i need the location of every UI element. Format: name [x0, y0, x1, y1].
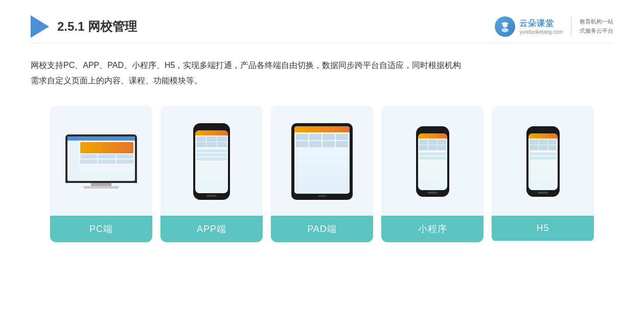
pad-mockup-container: [279, 116, 365, 208]
phone-list: [195, 148, 228, 163]
description-text: 网校支持PC、APP、PAD、小程序、H5，实现多端打通，产品各终端自由切换，数…: [31, 58, 613, 89]
phone-notch-h5: [538, 129, 548, 132]
brand-icon: [495, 16, 515, 37]
pad-grid-item: [309, 141, 321, 147]
phone-list-item: [196, 153, 227, 156]
phone-notch-mini: [427, 129, 438, 132]
h5-screen-top: [528, 133, 558, 139]
pad-grid-item: [309, 134, 321, 140]
phone-grid-item: [206, 136, 216, 142]
pad-device-mockup: [291, 123, 353, 200]
mini-screen-top: [418, 133, 447, 139]
brand-name: 云朵课堂: [519, 18, 563, 29]
title-bold: 网校管理: [88, 19, 137, 33]
pc-banner: [80, 142, 133, 153]
pc-grid-item: [80, 154, 97, 158]
mini-list-item: [419, 152, 446, 155]
phone-screen: [195, 130, 228, 193]
pc-screen-inner: [67, 136, 135, 181]
pc-grid-item: [117, 159, 133, 164]
pc-main: [79, 141, 135, 181]
pc-grid-item: [80, 159, 97, 164]
pc-screen-outer: [65, 134, 137, 183]
phone-list-item: [196, 157, 227, 160]
mini-list: [418, 151, 447, 162]
pc-mockup-container: [58, 116, 144, 208]
h5-list: [528, 151, 558, 162]
app-phone-mockup: [193, 123, 230, 200]
mini-grid-item: [438, 145, 446, 150]
card-miniprogram: 小程序: [381, 105, 484, 242]
brand-text: 云朵课堂 yunduoketang.com: [519, 18, 563, 35]
pc-grid: [80, 154, 133, 164]
app-mockup-container: [169, 116, 255, 208]
phone-home-btn: [206, 195, 217, 197]
miniprogram-phone-mockup: [416, 126, 449, 197]
brand-logo: 云朵课堂 yunduoketang.com: [495, 16, 563, 37]
phone-grid-item: [217, 142, 227, 147]
mini-grid-item: [438, 140, 446, 145]
pc-body: [67, 141, 135, 181]
page-container: 2.5.1 网校管理 云朵课堂 yunduoketang.com: [0, 0, 644, 322]
mini-grid-item: [419, 145, 428, 150]
phone-list-item: [196, 149, 227, 152]
pad-grid-item: [323, 141, 335, 147]
h5-grid-item: [548, 140, 557, 145]
pad-home-btn: [318, 195, 326, 197]
description-line2: 需求自定义页面上的内容、课程、功能模块等。: [31, 73, 613, 88]
h5-grid-item: [548, 145, 557, 150]
pad-grid-item: [323, 134, 335, 140]
pad-grid-item: [296, 134, 308, 140]
brand-domain: yunduoketang.com: [519, 29, 563, 35]
h5-phone-mockup: [526, 126, 560, 197]
cards-section: PC端: [31, 105, 613, 242]
logo-triangle-icon: [31, 15, 49, 38]
pc-base: [83, 186, 119, 189]
h5-grid-item: [530, 140, 538, 145]
brand-divider: [571, 17, 571, 36]
pc-grid-item: [98, 154, 115, 158]
mini-list-item: [419, 156, 446, 159]
pc-sidebar: [67, 141, 79, 181]
card-pc: PC端: [50, 105, 152, 242]
mini-grid-item: [428, 140, 437, 145]
pad-screen: [294, 126, 350, 194]
mini-grid: [418, 139, 447, 151]
pc-grid-item: [98, 159, 115, 164]
mini-grid-item: [419, 140, 428, 145]
h5-list-item: [530, 152, 557, 155]
pc-stand: [91, 183, 111, 186]
phone-grid-item: [196, 136, 206, 142]
h5-list-item: [530, 156, 557, 159]
phone-grid-item: [206, 142, 216, 147]
miniprogram-screen: [418, 133, 447, 190]
h5-grid-item: [530, 145, 538, 150]
phone-grid-item: [217, 136, 227, 142]
card-app: APP端: [160, 105, 263, 242]
card-label-pc: PC端: [50, 216, 152, 242]
pc-topbar: [67, 136, 135, 141]
mini-home-btn: [427, 192, 438, 194]
phone-screen-top: [195, 130, 228, 135]
pad-grid: [294, 132, 350, 149]
pad-grid-item: [336, 134, 348, 140]
phone-grid: [195, 135, 228, 148]
card-label-miniprogram: 小程序: [381, 216, 484, 242]
card-label-app: APP端: [160, 216, 263, 242]
card-h5: H5: [492, 105, 594, 242]
pc-grid-item: [117, 154, 133, 158]
h5-grid: [528, 139, 558, 151]
card-label-pad: PAD端: [271, 216, 373, 242]
phone-notch: [206, 126, 217, 129]
card-label-h5: H5: [492, 216, 594, 241]
svg-point-1: [501, 28, 509, 32]
pad-grid-item: [336, 141, 348, 147]
pad-grid-item: [296, 141, 308, 147]
h5-screen: [528, 133, 558, 190]
description-line1: 网校支持PC、APP、PAD、小程序、H5，实现多端打通，产品各终端自由切换，数…: [31, 58, 613, 73]
section-number: 2.5.1: [57, 19, 84, 33]
h5-grid-item: [539, 145, 547, 150]
header: 2.5.1 网校管理 云朵课堂 yunduoketang.com: [31, 15, 613, 43]
phone-grid-item: [196, 142, 206, 147]
brand-slogan: 教育机构一站 式服务云平台: [580, 17, 613, 35]
